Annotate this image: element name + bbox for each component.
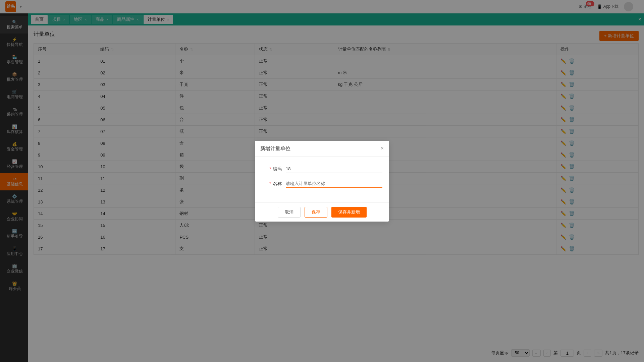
code-label: * 编码 xyxy=(262,166,282,172)
modal-header: 新增计量单位 × xyxy=(255,141,389,157)
required-star-code: * xyxy=(269,166,271,171)
form-row-code: * 编码 xyxy=(262,165,382,173)
code-input[interactable] xyxy=(286,165,382,173)
add-unit-modal: 新增计量单位 × * 编码 * 名称 取消 保存 保存并新增 xyxy=(255,141,389,222)
modal-title: 新增计量单位 xyxy=(260,145,290,152)
modal-body: * 编码 * 名称 xyxy=(255,157,389,202)
modal-footer: 取消 保存 保存并新增 xyxy=(255,202,389,222)
save-and-add-button[interactable]: 保存并新增 xyxy=(331,207,367,218)
modal-close-btn[interactable]: × xyxy=(381,145,384,152)
modal-overlay: 新增计量单位 × * 编码 * 名称 取消 保存 保存并新增 xyxy=(0,0,644,362)
name-label: * 名称 xyxy=(262,181,282,187)
save-button[interactable]: 保存 xyxy=(305,207,327,218)
cancel-button[interactable]: 取消 xyxy=(278,207,301,218)
name-input[interactable] xyxy=(286,180,382,188)
form-row-name: * 名称 xyxy=(262,180,382,188)
required-star-name: * xyxy=(269,181,271,186)
